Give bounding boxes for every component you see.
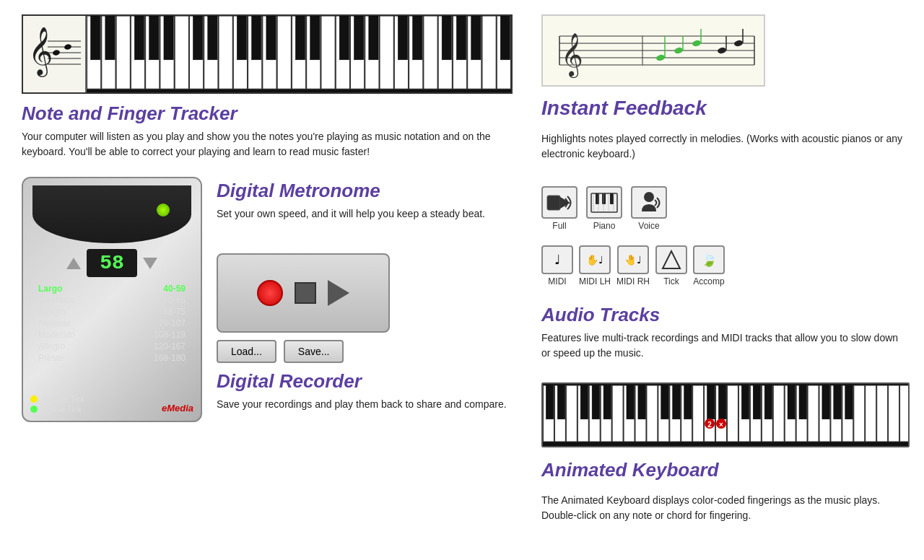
svg-rect-19 bbox=[116, 16, 130, 89]
svg-point-16 bbox=[64, 43, 71, 50]
svg-point-76 bbox=[655, 54, 666, 62]
stop-button[interactable] bbox=[295, 282, 316, 304]
metronome-down-arrow[interactable] bbox=[143, 258, 157, 269]
svg-rect-136 bbox=[603, 385, 611, 419]
svg-rect-53 bbox=[237, 16, 246, 60]
instant-feedback-title: Instant Feedback bbox=[541, 97, 910, 120]
save-button[interactable]: Save... bbox=[284, 340, 344, 363]
svg-rect-128 bbox=[866, 385, 876, 442]
svg-rect-23 bbox=[175, 16, 188, 89]
svg-rect-65 bbox=[471, 16, 481, 60]
tempo-range-adagio: 66-75 bbox=[163, 307, 186, 317]
tempo-range-largo: 40-59 bbox=[163, 284, 186, 294]
full-track-icon: Full bbox=[541, 186, 578, 231]
metronome-right-panel: Digital Metronome Set your own speed, an… bbox=[217, 177, 513, 422]
svg-rect-47 bbox=[105, 16, 115, 60]
metronome-footer: Audible Tick Visible Tick bbox=[30, 395, 84, 414]
audible-tick-row: Audible Tick bbox=[30, 395, 84, 403]
svg-rect-109 bbox=[647, 385, 658, 442]
midi-icon: ♩ bbox=[541, 245, 573, 274]
tempo-row-adagio: Adagio 66-75 bbox=[32, 306, 191, 318]
svg-rect-145 bbox=[753, 385, 760, 419]
svg-point-82 bbox=[717, 47, 727, 55]
svg-rect-52 bbox=[208, 16, 217, 60]
svg-rect-59 bbox=[354, 16, 364, 60]
voice-label: Voice bbox=[638, 221, 659, 231]
svg-rect-143 bbox=[718, 385, 725, 419]
accomp-label: Accomp bbox=[693, 276, 724, 286]
svg-text:𝄞: 𝄞 bbox=[561, 33, 583, 79]
track-icons-row2: ♩ MIDI ✋♩ MIDI LH 🤚♩ MIDI RH Tick bbox=[541, 245, 910, 286]
tempo-name-largo: Largo bbox=[38, 284, 62, 294]
track-icons-row1: Full bbox=[541, 186, 910, 231]
digital-recorder-desc: Save your recordings and play them back … bbox=[217, 397, 513, 412]
svg-point-97 bbox=[644, 192, 654, 202]
svg-rect-134 bbox=[580, 385, 588, 419]
note-finger-tracker-desc: Your computer will listen as you play an… bbox=[22, 129, 513, 159]
svg-rect-139 bbox=[661, 385, 668, 419]
midi-track-icon: ♩ MIDI bbox=[541, 245, 573, 286]
svg-rect-131 bbox=[900, 385, 910, 442]
midi-lh-track-icon: ✋♩ MIDI LH bbox=[579, 245, 611, 286]
svg-rect-144 bbox=[741, 385, 749, 419]
tempo-row-presto: Presto 168-180 bbox=[32, 352, 191, 364]
digital-metronome-title: Digital Metronome bbox=[217, 180, 513, 202]
record-button[interactable] bbox=[257, 280, 283, 306]
svg-rect-140 bbox=[673, 385, 680, 419]
svg-rect-135 bbox=[592, 385, 599, 419]
metronome-up-arrow[interactable] bbox=[66, 258, 81, 269]
svg-rect-62 bbox=[413, 16, 422, 60]
tick-track-icon: Tick bbox=[655, 245, 687, 286]
metronome-bpm-display: 58 bbox=[87, 249, 137, 277]
svg-rect-37 bbox=[380, 16, 393, 89]
svg-rect-137 bbox=[627, 385, 634, 419]
animated-keyboard-title: Animated Keyboard bbox=[541, 459, 910, 481]
svg-rect-129 bbox=[877, 385, 888, 442]
tempo-row-moderato: Moderato 108-119 bbox=[32, 329, 191, 341]
svg-text:×: × bbox=[719, 421, 723, 429]
emedia-brand: eMedia bbox=[162, 403, 193, 414]
metronome-arc bbox=[32, 185, 191, 243]
svg-rect-55 bbox=[266, 16, 276, 60]
svg-marker-98 bbox=[663, 251, 680, 268]
tempo-name-andante: Andante bbox=[38, 318, 71, 328]
svg-rect-44 bbox=[482, 16, 496, 89]
tempo-range-moderato: 108-119 bbox=[154, 330, 186, 340]
full-icon bbox=[541, 186, 578, 219]
visible-tick-label: Visible Tick bbox=[42, 405, 82, 414]
play-button[interactable] bbox=[328, 280, 349, 306]
svg-point-84 bbox=[733, 40, 744, 48]
tempo-row-allegro: Allegro 120-167 bbox=[32, 341, 191, 352]
emedia-brand-text: Media bbox=[167, 403, 193, 414]
tempo-name-adagio: Adagio bbox=[38, 307, 65, 317]
svg-rect-133 bbox=[557, 385, 565, 419]
voice-track-icon: Voice bbox=[631, 186, 667, 231]
svg-rect-123 bbox=[808, 385, 819, 442]
svg-rect-58 bbox=[339, 16, 349, 60]
svg-rect-33 bbox=[321, 16, 335, 89]
tempo-row-andante: Andante 76-107 bbox=[32, 318, 191, 329]
full-label: Full bbox=[552, 221, 566, 231]
metronome-image: 58 Largo 40-59 Larghetto 60-65 Adagio 66… bbox=[22, 177, 202, 422]
svg-rect-102 bbox=[566, 385, 577, 442]
recorder-controls: Load... Save... bbox=[217, 340, 513, 363]
svg-rect-138 bbox=[638, 385, 645, 419]
svg-rect-148 bbox=[799, 385, 806, 419]
midi-lh-icon: ✋♩ bbox=[579, 245, 611, 274]
voice-icon bbox=[631, 186, 667, 219]
svg-rect-66 bbox=[500, 16, 510, 60]
midi-rh-track-icon: 🤚♩ MIDI RH bbox=[616, 245, 650, 286]
tempo-name-larghetto: Larghetto bbox=[38, 295, 75, 305]
animated-keyboard-desc: The Animated Keyboard displays color-cod… bbox=[541, 493, 910, 523]
midi-lh-label: MIDI LH bbox=[579, 276, 611, 286]
svg-rect-146 bbox=[764, 385, 772, 419]
svg-rect-151 bbox=[845, 385, 853, 419]
svg-rect-147 bbox=[788, 385, 795, 419]
audio-tracks-desc: Features live multi-track recordings and… bbox=[541, 331, 910, 361]
svg-point-15 bbox=[52, 49, 60, 56]
audible-tick-label: Audible Tick bbox=[42, 395, 84, 403]
load-button[interactable]: Load... bbox=[217, 340, 276, 363]
svg-rect-149 bbox=[822, 385, 829, 419]
tick-icon bbox=[655, 245, 687, 274]
midi-label: MIDI bbox=[548, 276, 566, 286]
